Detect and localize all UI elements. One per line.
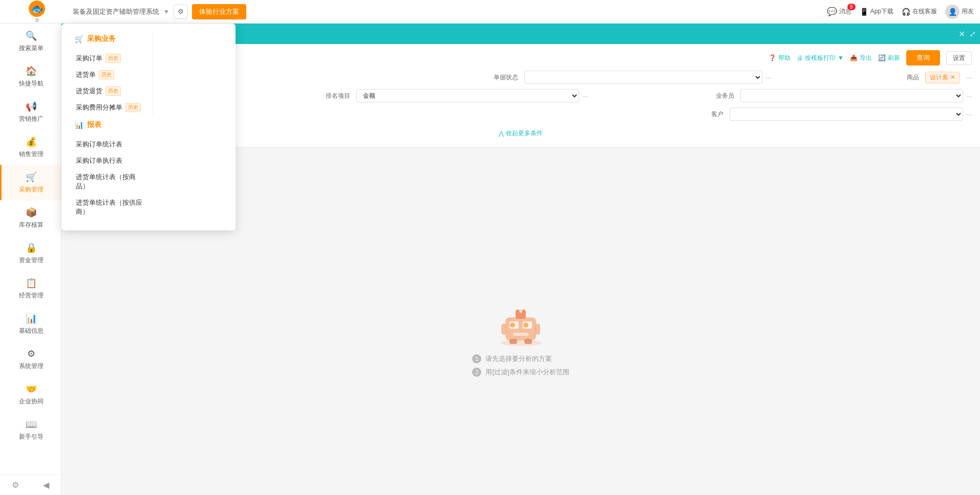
dropdown-item-goods-return[interactable]: 进货退货 历史 (74, 83, 144, 99)
messages-btn[interactable]: 💬 消息 9 (827, 7, 851, 16)
help-btn[interactable]: ❓ 帮助 (769, 54, 791, 62)
rank-select-area: 金额 ··· (356, 89, 588, 102)
search-icon: 🔍 (25, 30, 37, 42)
sidebar-item-label-inventory: 库存核算 (19, 221, 44, 229)
refresh-icon: 🔄 (878, 54, 886, 61)
purchase-order-history[interactable]: 历史 (105, 54, 121, 63)
purchase-expense-history[interactable]: 历史 (125, 103, 141, 112)
settings-small-btn[interactable]: 设置 (946, 51, 972, 65)
query-btn[interactable]: 查询 (906, 50, 940, 66)
sidebar-item-quicknav[interactable]: 🏠 快捷导航 (0, 59, 61, 94)
sidebar-item-label-sales: 销售管理 (19, 150, 44, 159)
sidebar: 🔍 搜索菜单 🏠 快捷导航 📢 营销推广 💰 销售管理 🛒 采购管理 📦 库存核… (0, 24, 61, 495)
tab-expand-icon[interactable]: ⤢ (969, 29, 976, 39)
goods-receipt-history[interactable]: 历史 (99, 70, 114, 79)
sidebar-item-label-operation: 经营管理 (19, 291, 44, 300)
dropdown-item-po-exec[interactable]: 采购订单执行表 (74, 153, 144, 169)
toolbar-right: ❓ 帮助 🖨 按模板打印 ▼ 📤 导出 🔄 刷新 (769, 54, 900, 62)
sidebar-item-label-purchase: 采购管理 (19, 185, 44, 194)
svg-rect-12 (524, 339, 532, 344)
sidebar-collapse-btn[interactable]: ◀ (43, 480, 49, 490)
finance-icon: 🔒 (25, 242, 37, 254)
dropdown-item-receipt-stats-goods[interactable]: 进货单统计表（按商品） (74, 169, 144, 195)
po-exec-label: 采购订单执行表 (76, 156, 122, 165)
sidebar-settings-btn[interactable]: ⚙ (12, 480, 19, 490)
sidebar-item-cooperation[interactable]: 🤝 企业协同 (0, 377, 61, 412)
header-settings-btn[interactable]: ⚙ (174, 5, 188, 19)
export-label: 导出 (860, 54, 872, 62)
dropdown-item-purchase-order[interactable]: 采购订单 历史 (74, 50, 144, 67)
goods-tag-close[interactable]: ✕ (950, 74, 955, 81)
hint-num-1: 1 (472, 354, 481, 363)
dropdown-divider (153, 32, 153, 118)
logo-icon: 🐟 (29, 1, 45, 17)
customer-dots[interactable]: ··· (966, 111, 972, 118)
export-btn[interactable]: 📤 导出 (850, 54, 872, 62)
online-service-label: 在线客服 (912, 7, 937, 16)
print-dropdown-icon: ▼ (838, 54, 844, 61)
rank-label: 排名项目 (326, 92, 350, 100)
report-section-title: 📊 报表 (74, 120, 144, 130)
industry-btn[interactable]: 体验行业方案 (192, 4, 246, 19)
goods-label: 商品 (907, 73, 919, 82)
tab-close-all-icon[interactable]: ✕ (958, 29, 965, 39)
print-btn[interactable]: 🖨 按模板打印 ▼ (797, 54, 844, 62)
salesperson-dots[interactable]: ··· (966, 92, 972, 100)
sidebar-item-label-guide: 新手引导 (19, 433, 44, 441)
receipt-stats-supplier-label: 进货单统计表（按供应商） (76, 198, 142, 217)
goods-dots[interactable]: ··· (966, 74, 972, 81)
sidebar-item-purchase[interactable]: 🛒 采购管理 (0, 165, 61, 200)
refresh-btn[interactable]: 🔄 刷新 (878, 54, 900, 62)
logo-area: 🐟 ⚙ (6, 1, 68, 23)
user-btn[interactable]: 👤 用友 (945, 5, 974, 19)
salesperson-select-area: ··· (740, 89, 972, 102)
sidebar-item-operation[interactable]: 📋 经营管理 (0, 271, 61, 306)
sidebar-item-marketing[interactable]: 📢 营销推广 (0, 94, 61, 130)
sidebar-item-finance[interactable]: 🔒 资金管理 (0, 235, 61, 271)
sidebar-item-system[interactable]: ⚙ 系统管理 (0, 341, 61, 377)
salesperson-select[interactable] (740, 89, 963, 102)
sidebar-item-basic[interactable]: 📊 基础信息 (0, 306, 61, 341)
purchase-dropdown-menu: 🛒 采购业务 采购订单 历史 进货单 历史 进货退货 历史 采购费用分摊单 历史… (61, 24, 236, 230)
dropdown-item-receipt-stats-supplier[interactable]: 进货单统计表（按供应商） (74, 195, 144, 220)
rank-select[interactable]: 金额 (356, 89, 579, 102)
svg-point-8 (519, 310, 522, 313)
empty-svg (490, 297, 551, 348)
purchase-section-label: 采购业务 (87, 34, 116, 44)
system-title: 装备及固定资产辅助管理系统 (73, 7, 159, 16)
customer-select[interactable] (730, 107, 963, 121)
purchase-section-icon: 🛒 (74, 34, 84, 44)
collapse-icon: ⋀ (499, 130, 504, 137)
svg-point-4 (510, 322, 515, 328)
purchase-order-label: 采购订单 (76, 54, 102, 63)
purchase-icon: 🛒 (25, 171, 37, 183)
customer-label: 客户 (711, 110, 723, 119)
rank-dots[interactable]: ··· (582, 92, 588, 100)
receipt-stats-goods-label: 进货单统计表（按商品） (76, 173, 142, 191)
purchase-expense-label: 采购费用分摊单 (76, 103, 122, 112)
sidebar-item-label-marketing: 营销推广 (19, 115, 44, 123)
salesperson-label: 业务员 (716, 92, 734, 100)
app-download-btn[interactable]: 📱 App下载 (860, 7, 893, 16)
help-icon: ❓ (769, 54, 776, 61)
dropdown-item-goods-receipt[interactable]: 进货单 历史 (74, 67, 144, 83)
print-label: 按模板打印 (805, 54, 836, 62)
svg-rect-6 (513, 333, 528, 336)
print-icon: 🖨 (797, 54, 803, 61)
sidebar-item-inventory[interactable]: 📦 库存核算 (0, 200, 61, 235)
status-select[interactable] (524, 71, 762, 84)
user-label: 用友 (962, 7, 974, 16)
goods-return-history[interactable]: 历史 (105, 87, 121, 96)
purchase-section-title: 🛒 采购业务 (74, 34, 144, 44)
online-service-btn[interactable]: 🎧 在线客服 (902, 7, 937, 16)
sidebar-item-sales[interactable]: 💰 销售管理 (0, 130, 61, 165)
dropdown-item-po-stats[interactable]: 采购订单统计表 (74, 136, 144, 153)
system-dropdown-btn[interactable]: ▼ (163, 8, 169, 15)
sidebar-item-search[interactable]: 🔍 搜索菜单 (0, 24, 61, 59)
dropdown-item-purchase-expense[interactable]: 采购费用分摊单 历史 (74, 99, 144, 116)
inventory-icon: 📦 (25, 206, 37, 219)
status-dots[interactable]: ··· (765, 74, 771, 81)
svg-rect-10 (535, 324, 540, 335)
sidebar-item-guide[interactable]: 📖 新手引导 (0, 412, 61, 447)
svg-rect-11 (509, 339, 517, 344)
